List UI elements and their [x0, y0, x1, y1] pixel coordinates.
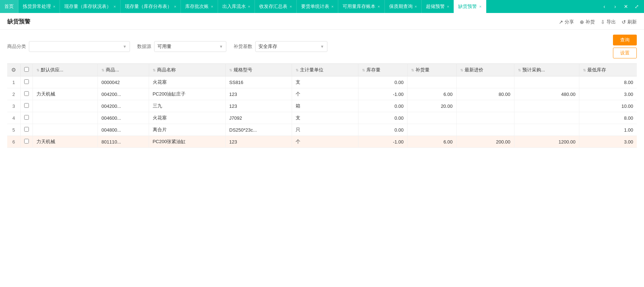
nav-close-button[interactable]: ✕ [621, 1, 631, 12]
refresh-label: 刷新 [627, 19, 637, 25]
cell-estimated-purchase-6: 1200.00 [514, 136, 579, 148]
tab-close-collect-summary[interactable]: × [290, 4, 292, 9]
row-num-1: 1 [7, 76, 20, 88]
share-label: 分享 [565, 19, 574, 25]
cell-product-code-2: 004200... [98, 88, 149, 100]
nav-tab-overstock[interactable]: 超储预警× [422, 0, 454, 13]
table-row: 3 004200... 三九 123 箱 0.00 20.00 10.00 [7, 100, 637, 112]
cell-estimated-purchase-5 [514, 124, 579, 136]
cell-estimated-purchase-2: 480.00 [514, 88, 579, 100]
category-label: 商品分类 [7, 43, 26, 50]
th-settings: ⚙ [7, 64, 20, 76]
nav-tab-demand-stat[interactable]: 要货单统计表× [297, 0, 338, 13]
nav-tab-abnormal[interactable]: 拣货异常处理× [18, 0, 60, 13]
table-row: 4 004600... 火花塞 J7092 支 0.00 8.00 [7, 112, 637, 124]
nav-tab-home[interactable]: 首页 [0, 0, 18, 13]
cell-latest-price-1 [456, 76, 514, 88]
th-latest-price[interactable]: ⇅最新进价 [456, 64, 514, 76]
nav-tab-available-ledger[interactable]: 可用量库存账本× [338, 0, 384, 13]
datasource-select[interactable]: 可用量 ▼ [154, 41, 226, 52]
nav-tab-shortage[interactable]: 缺货预警× [454, 0, 486, 13]
refresh-button[interactable]: ↺ 刷新 [622, 19, 637, 25]
nav-next-button[interactable]: › [610, 1, 620, 12]
share-button[interactable]: ↗ 分享 [559, 19, 574, 25]
row-check-5[interactable] [20, 124, 32, 136]
tab-close-available-ledger[interactable]: × [378, 4, 380, 9]
filter-actions: 查询 设置 [613, 35, 637, 58]
cell-stock-1: 0.00 [358, 76, 408, 88]
cell-product-code-4: 004600... [98, 112, 149, 124]
row-checkbox-2[interactable] [24, 91, 29, 96]
th-replenish-qty[interactable]: ⇅补货量 [408, 64, 457, 76]
header-actions: ↗ 分享 ⊕ 补货 ⇩ 导出 ↺ 刷新 [559, 19, 637, 25]
cell-stock-4: 0.00 [358, 112, 408, 124]
th-unit[interactable]: ⇅主计量单位 [292, 64, 358, 76]
setting-button[interactable]: 设置 [613, 48, 637, 58]
th-estimated-purchase[interactable]: ⇅预计采购... [514, 64, 579, 76]
nav-tab-expiry-query[interactable]: 保质期查询× [385, 0, 422, 13]
export-button[interactable]: ⇩ 导出 [601, 19, 616, 25]
nav-prev-button[interactable]: ‹ [599, 1, 609, 12]
cell-latest-price-4 [456, 112, 514, 124]
nav-tab-inout-flow[interactable]: 出入库流水× [218, 0, 255, 13]
top-navigation: 首页拣货异常处理×现存量（库存状况表）×现存量（库存分布表）×库存批次账×出入库… [0, 0, 644, 13]
th-spec[interactable]: ⇅规格型号 [226, 64, 292, 76]
tab-close-inventory-dist[interactable]: × [174, 4, 176, 9]
cell-spec-5: DS250*23c... [226, 124, 292, 136]
row-num-5: 5 [7, 124, 20, 136]
cell-supplier-6: 力天机械 [32, 136, 98, 148]
row-checkbox-6[interactable] [24, 139, 29, 144]
tab-close-inventory-status[interactable]: × [113, 4, 116, 9]
replenish-basis-label: 补货基数 [234, 43, 252, 50]
row-num-2: 2 [7, 88, 20, 100]
tab-close-abnormal[interactable]: × [53, 4, 55, 9]
select-all-checkbox[interactable] [24, 67, 29, 72]
cell-stock-3: 0.00 [358, 100, 408, 112]
th-min-stock[interactable]: ⇅最低库存 [579, 64, 637, 76]
table-header-row: ⚙ ⇅默认供应... ⇅商品... ⇅商品名称 ⇅规格型号 ⇅主计量单位 ⇅库存… [7, 64, 637, 76]
row-num-6: 6 [7, 136, 20, 148]
cell-spec-4: J7092 [226, 112, 292, 124]
tab-close-demand-stat[interactable]: × [331, 4, 334, 9]
th-product-code[interactable]: ⇅商品... [98, 64, 149, 76]
category-select[interactable]: ▼ [29, 41, 130, 52]
refresh-icon: ↺ [622, 19, 626, 25]
tab-close-batch-account[interactable]: × [211, 4, 213, 9]
row-check-1[interactable] [20, 76, 32, 88]
nav-tab-batch-account[interactable]: 库存批次账× [181, 0, 218, 13]
tab-close-expiry-query[interactable]: × [415, 4, 417, 9]
cell-product-code-3: 004200... [98, 100, 149, 112]
replenish-basis-select[interactable]: 安全库存 ▼ [255, 41, 327, 52]
column-settings-icon[interactable]: ⚙ [11, 67, 16, 73]
replenish-label: 补货 [586, 19, 595, 25]
query-button[interactable]: 查询 [613, 35, 637, 45]
tab-close-overstock[interactable]: × [447, 4, 449, 9]
row-check-6[interactable] [20, 136, 32, 148]
tab-close-inout-flow[interactable]: × [248, 4, 250, 9]
table-row: 2 力天机械 004200... PC200油缸庄子 123 个 -1.00 6… [7, 88, 637, 100]
row-check-3[interactable] [20, 100, 32, 112]
cell-min-stock-5: 1.00 [579, 124, 637, 136]
replenish-button[interactable]: ⊕ 补货 [580, 19, 595, 25]
cell-replenish-qty-5 [408, 124, 457, 136]
row-check-2[interactable] [20, 88, 32, 100]
nav-expand-button[interactable]: ⤢ [632, 1, 642, 12]
row-checkbox-1[interactable] [24, 79, 29, 84]
tab-close-shortage[interactable]: × [479, 4, 481, 9]
cell-unit-5: 只 [292, 124, 358, 136]
row-checkbox-5[interactable] [24, 127, 29, 132]
th-product-name[interactable]: ⇅商品名称 [149, 64, 225, 76]
row-check-4[interactable] [20, 112, 32, 124]
nav-tab-inventory-status[interactable]: 现存量（库存状况表）× [60, 0, 120, 13]
cell-product-code-6: 801110... [98, 136, 149, 148]
nav-tab-collect-summary[interactable]: 收发存汇总表× [255, 0, 296, 13]
page-title: 缺货预警 [7, 18, 30, 26]
cell-supplier-4 [32, 112, 98, 124]
table-wrapper: ⚙ ⇅默认供应... ⇅商品... ⇅商品名称 ⇅规格型号 ⇅主计量单位 ⇅库存… [0, 63, 644, 148]
th-supplier[interactable]: ⇅默认供应... [32, 64, 98, 76]
th-stock[interactable]: ⇅库存量 [358, 64, 408, 76]
category-filter-group: 商品分类 ▼ [7, 41, 130, 52]
nav-tab-inventory-dist[interactable]: 现存量（库存分布表）× [121, 0, 181, 13]
row-checkbox-3[interactable] [24, 103, 29, 108]
row-checkbox-4[interactable] [24, 115, 29, 120]
